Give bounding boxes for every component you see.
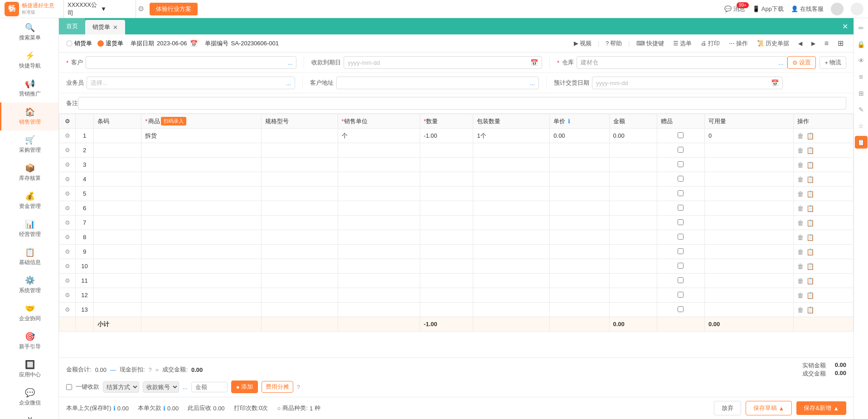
amount-input[interactable] (191, 382, 228, 392)
cell-spec-1[interactable] (261, 143, 338, 158)
cell-pack-qty-4[interactable] (473, 187, 550, 201)
cell-gift-11[interactable] (657, 288, 704, 303)
cell-spec-4[interactable] (261, 187, 338, 201)
cell-barcode-1[interactable] (94, 143, 141, 158)
delete-icon-4[interactable]: 🗑 (797, 190, 804, 197)
cell-product-0[interactable]: 拆货 (141, 129, 261, 143)
trial-button[interactable]: 体验行业方案 (150, 3, 198, 15)
right-icon-grid[interactable]: ⊞ (855, 87, 868, 100)
customer-address-input[interactable]: ... (336, 77, 539, 89)
cell-unit-price-1[interactable] (550, 143, 609, 158)
expected-delivery-input[interactable]: yyyy-mm-dd 📅 (592, 77, 783, 89)
cell-unit-price-11[interactable] (550, 288, 609, 303)
toolbar-list-view[interactable]: ≡ (822, 39, 831, 48)
gift-checkbox-4[interactable] (678, 190, 684, 196)
sidebar-item-enterprise[interactable]: 🤝 企业协同 (0, 299, 58, 327)
cell-quantity-2[interactable] (420, 158, 473, 172)
cell-settings-2[interactable]: ⚙ (59, 158, 76, 172)
cell-barcode-6[interactable] (94, 216, 141, 230)
cell-barcode-4[interactable] (94, 187, 141, 201)
cell-quantity-8[interactable] (420, 245, 473, 259)
salesperson-input[interactable]: 选择... ... (87, 77, 295, 89)
cell-barcode-7[interactable] (94, 230, 141, 245)
cell-product-9[interactable] (141, 259, 261, 274)
cell-pack-qty-9[interactable] (473, 259, 550, 274)
cell-gift-12[interactable] (657, 303, 704, 317)
cell-settings-9[interactable]: ⚙ (59, 259, 76, 274)
payment-calendar-icon[interactable]: 📅 (530, 59, 538, 66)
cell-unit-price-3[interactable] (550, 172, 609, 187)
cell-unit-0[interactable]: 个 (338, 129, 420, 143)
delete-icon-1[interactable]: 🗑 (797, 147, 804, 154)
cell-spec-2[interactable] (261, 158, 338, 172)
cell-barcode-8[interactable] (94, 245, 141, 259)
cell-amount-8[interactable] (609, 245, 657, 259)
cell-amount-6[interactable] (609, 216, 657, 230)
settings-icon[interactable]: ⚙ (136, 3, 146, 15)
toolbar-prev[interactable]: ◀ (795, 39, 805, 48)
cell-unit-3[interactable] (338, 172, 420, 187)
cell-gift-8[interactable] (657, 245, 704, 259)
delete-icon-6[interactable]: 🗑 (797, 219, 804, 226)
sidebar-item-wechat[interactable]: 💬 企业微信 (0, 383, 58, 411)
toolbar-shortcut[interactable]: ⌨ 快捷键 (634, 39, 667, 48)
cell-pack-qty-3[interactable] (473, 172, 550, 187)
cell-unit-9[interactable] (338, 259, 420, 274)
cell-unit-6[interactable] (338, 216, 420, 230)
sidebar-item-finance[interactable]: 💰 资金管理 (0, 187, 58, 215)
cell-unit-5[interactable] (338, 201, 420, 216)
cell-amount-11[interactable] (609, 288, 657, 303)
payment-due-input[interactable]: yyyy-mm-dd 📅 (344, 56, 542, 69)
copy-icon-12[interactable]: 📋 (806, 306, 814, 313)
order-balance-info[interactable]: ℹ (113, 405, 116, 412)
order-due-info[interactable]: ℹ (163, 405, 165, 412)
settlement-select[interactable]: 结算方式 (103, 381, 139, 393)
right-icon-eye[interactable]: 👁 (855, 54, 868, 67)
discard-button[interactable]: 放弃 (714, 401, 741, 415)
logistics-button[interactable]: + 物流 (820, 56, 846, 69)
cell-unit-10[interactable] (338, 274, 420, 288)
cell-product-11[interactable] (141, 288, 261, 303)
cell-product-12[interactable] (141, 303, 261, 317)
delivery-calendar-icon[interactable]: 📅 (771, 79, 779, 87)
sidebar-item-purchase[interactable]: 🛒 采购管理 (0, 130, 58, 159)
cell-barcode-2[interactable] (94, 158, 141, 172)
tab-close-icon[interactable]: ✕ (113, 24, 118, 31)
cell-quantity-1[interactable] (420, 143, 473, 158)
cell-quantity-11[interactable] (420, 288, 473, 303)
gift-checkbox-9[interactable] (678, 263, 684, 269)
right-icon-lock[interactable]: 🔒 (855, 38, 868, 51)
cell-spec-5[interactable] (261, 201, 338, 216)
delete-icon-8[interactable]: 🗑 (797, 248, 804, 255)
cell-product-5[interactable] (141, 201, 261, 216)
copy-icon-0[interactable]: 📋 (806, 132, 814, 140)
cell-unit-price-9[interactable] (550, 259, 609, 274)
sidebar-item-operations[interactable]: 📊 经营管理 (0, 215, 58, 243)
copy-icon-9[interactable]: 📋 (806, 263, 814, 270)
cell-barcode-12[interactable] (94, 303, 141, 317)
cell-product-2[interactable] (141, 158, 261, 172)
right-icon-star[interactable]: ☆ (855, 120, 868, 132)
cell-pack-qty-2[interactable] (473, 158, 550, 172)
sidebar-item-basic[interactable]: 📋 基础信息 (0, 243, 58, 271)
cell-amount-12[interactable] (609, 303, 657, 317)
sidebar-item-sales[interactable]: 🏠 销售管理 (0, 102, 58, 130)
calendar-icon[interactable]: 📅 (190, 40, 198, 47)
avatar2[interactable] (851, 3, 863, 15)
gift-checkbox-0[interactable] (678, 132, 684, 138)
cell-pack-qty-5[interactable] (473, 201, 550, 216)
right-icon-edit[interactable]: ✏ (855, 22, 868, 34)
gift-checkbox-3[interactable] (678, 176, 684, 182)
gift-checkbox-1[interactable] (678, 147, 684, 153)
cell-unit-price-12[interactable] (550, 303, 609, 317)
cell-barcode-10[interactable] (94, 274, 141, 288)
delete-icon-5[interactable]: 🗑 (797, 205, 804, 212)
app-download-button[interactable]: 📱 App下载 (752, 5, 784, 13)
cell-settings-3[interactable]: ⚙ (59, 172, 76, 187)
cell-product-3[interactable] (141, 172, 261, 187)
copy-icon-4[interactable]: 📋 (806, 190, 814, 197)
cell-gift-7[interactable] (657, 230, 704, 245)
expense-help-icon[interactable]: ? (297, 384, 300, 390)
messages-button[interactable]: 💬 消息 99+ (724, 5, 745, 13)
copy-icon-11[interactable]: 📋 (806, 292, 814, 299)
